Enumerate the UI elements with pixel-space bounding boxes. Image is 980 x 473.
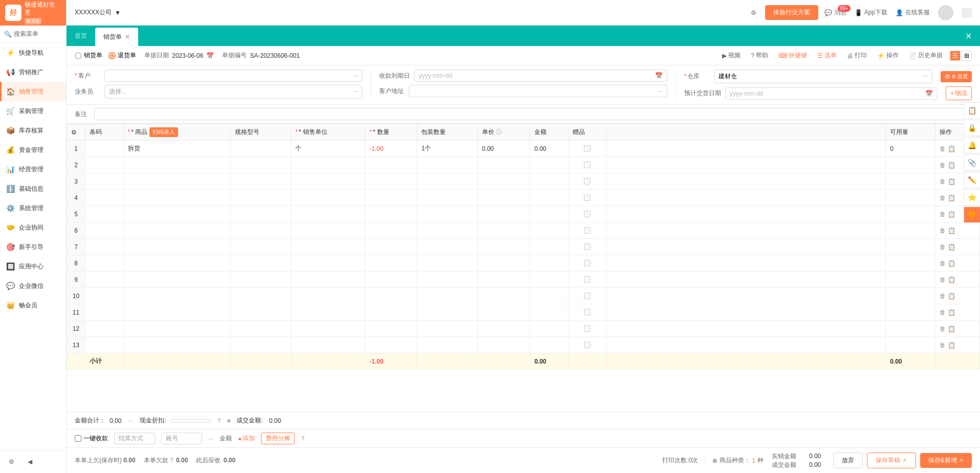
add-payment-btn[interactable]: ● 添加 bbox=[238, 434, 255, 443]
sidebar-item-system[interactable]: ⚙️ 系统管理 bbox=[0, 198, 66, 218]
discount-input[interactable] bbox=[170, 419, 211, 422]
topbar-settings-icon[interactable]: ⚙ bbox=[749, 8, 759, 18]
delivery-calendar-icon[interactable]: 📅 bbox=[925, 90, 933, 97]
float-clipboard-btn[interactable]: 📋 bbox=[964, 102, 980, 119]
sidebar-item-member[interactable]: 👑 畅会员 bbox=[0, 296, 66, 315]
float-lock-btn[interactable]: 🔒 bbox=[964, 120, 980, 136]
delete-icon[interactable]: 🗑 bbox=[940, 194, 946, 201]
cell-product-1[interactable]: 拆货 bbox=[123, 141, 230, 157]
delete-icon[interactable]: 🗑 bbox=[940, 227, 946, 234]
cell-gift-1[interactable] bbox=[568, 141, 606, 157]
one-click-checkbox[interactable] bbox=[75, 435, 81, 442]
copy-icon[interactable]: 📋 bbox=[948, 342, 955, 349]
user-avatar[interactable] bbox=[938, 5, 953, 20]
sidebar-item-marketing[interactable]: 📢 营销推广 bbox=[0, 62, 66, 82]
sidebar-item-operations[interactable]: 📊 经营管理 bbox=[0, 160, 66, 179]
save-new-btn[interactable]: 保存&新增 ∧ bbox=[920, 453, 972, 468]
cell-price-1[interactable]: 0.00 bbox=[477, 141, 530, 157]
copy-icon[interactable]: 📋 bbox=[948, 227, 955, 234]
save-draft-btn[interactable]: 保存草稿 ∧ bbox=[867, 453, 916, 468]
owe-help-icon[interactable]: ? bbox=[170, 457, 173, 464]
video-btn[interactable]: ▶ 视频 bbox=[719, 50, 744, 61]
customer-input[interactable]: ··· bbox=[104, 70, 362, 82]
ops-btn[interactable]: ⚡ 操作 bbox=[874, 50, 902, 61]
logistics-btn[interactable]: + 物流 bbox=[946, 86, 972, 100]
salesperson-input[interactable]: 选择... ··· bbox=[104, 85, 362, 99]
copy-icon[interactable]: 📋 bbox=[948, 194, 955, 201]
sidebar-item-quick-nav[interactable]: ⚡ 快捷导航 bbox=[0, 43, 66, 62]
price-help-icon[interactable]: ⓘ bbox=[496, 128, 502, 136]
company-selector[interactable]: XXXXXX公司 ▼ bbox=[75, 8, 743, 17]
cell-qty-1[interactable]: -1.00 bbox=[365, 141, 417, 157]
cell-amount-1[interactable]: 0.00 bbox=[530, 141, 569, 157]
select-btn[interactable]: ☰ 选单 bbox=[814, 50, 840, 61]
payment-account-input[interactable]: 账号 bbox=[161, 433, 202, 444]
cell-spec-1[interactable] bbox=[230, 141, 291, 157]
sidebar-item-wecom[interactable]: 💬 企业微信 bbox=[0, 276, 66, 296]
delete-icon[interactable]: 🗑 bbox=[940, 342, 946, 349]
expense-split-btn[interactable]: 费用分摊 bbox=[261, 433, 295, 444]
warehouse-input[interactable]: 建材仓 ··· bbox=[714, 70, 933, 83]
float-edit-btn[interactable]: ✏️ bbox=[964, 172, 980, 188]
message-btn[interactable]: 💬 消息 99+ bbox=[824, 8, 846, 17]
expense-help-icon[interactable]: ? bbox=[301, 435, 304, 442]
tab-sales-order[interactable]: 销货单 ✕ bbox=[95, 28, 138, 46]
sidebar-item-purchase[interactable]: 🛒 采购管理 bbox=[0, 101, 66, 121]
search-nav[interactable]: 🔍 搜索菜单 bbox=[0, 26, 66, 43]
help-btn[interactable]: ? 帮助 bbox=[748, 50, 771, 61]
delete-icon[interactable]: 🗑 bbox=[940, 292, 946, 300]
gift-checkbox-1[interactable] bbox=[584, 145, 591, 152]
print-btn[interactable]: 🖨 打印 bbox=[844, 50, 870, 61]
delete-icon[interactable]: 🗑 bbox=[940, 211, 946, 218]
sidebar-collapse-btn[interactable]: ◀ bbox=[23, 455, 37, 469]
delivery-date-input[interactable]: yyyy-mm-dd 📅 bbox=[725, 87, 938, 100]
copy-icon[interactable]: 📋 bbox=[948, 162, 955, 169]
customer-dots[interactable]: ··· bbox=[353, 72, 358, 79]
discard-btn[interactable]: 放弃 bbox=[833, 453, 863, 468]
copy-icon[interactable]: 📋 bbox=[948, 292, 955, 300]
copy-row-1-icon[interactable]: 📋 bbox=[948, 145, 955, 152]
delete-icon[interactable]: 🗑 bbox=[940, 309, 946, 316]
tab-close-icon[interactable]: ✕ bbox=[125, 33, 130, 40]
copy-icon[interactable]: 📋 bbox=[948, 178, 955, 185]
history-btn[interactable]: 📄 历史单据 bbox=[906, 50, 946, 61]
due-date-calendar-icon[interactable]: 📅 bbox=[655, 72, 663, 79]
one-click-payment-checkbox[interactable]: 一键收款 bbox=[75, 434, 108, 443]
calendar-icon[interactable]: 📅 bbox=[206, 52, 214, 59]
copy-icon[interactable]: 📋 bbox=[948, 211, 955, 218]
float-bell-btn[interactable]: 🔔 bbox=[964, 137, 980, 153]
address-dots[interactable]: ··· bbox=[658, 87, 663, 95]
delete-row-1-icon[interactable]: 🗑 bbox=[940, 145, 946, 152]
sidebar-item-sales[interactable]: 🏠 销售管理 bbox=[0, 82, 66, 101]
customer-address-input[interactable]: ··· bbox=[409, 85, 667, 97]
trial-btn[interactable]: 体验行业方案 bbox=[765, 5, 818, 20]
sidebar-item-finance[interactable]: 💰 资金管理 bbox=[0, 140, 66, 160]
list-view-btn[interactable]: ☰ bbox=[950, 51, 961, 61]
delete-icon[interactable]: 🗑 bbox=[940, 162, 946, 169]
shortcut-btn[interactable]: ⌨ 快捷键 bbox=[775, 50, 810, 61]
tabbar-close-btn[interactable]: ✕ bbox=[957, 31, 980, 41]
float-star-btn[interactable]: ⭐ bbox=[964, 189, 980, 206]
float-orange-btn[interactable]: 🧡 bbox=[964, 207, 980, 223]
radio-return-order[interactable]: 退货单 bbox=[108, 51, 136, 60]
delete-icon[interactable]: 🗑 bbox=[940, 260, 946, 267]
online-service-btn[interactable]: 👤 在线客服 bbox=[896, 8, 930, 17]
sidebar-settings-btn[interactable]: ⚙ bbox=[4, 455, 18, 469]
cell-pack-qty-1[interactable]: 1个 bbox=[417, 141, 477, 157]
float-attach-btn[interactable]: 📎 bbox=[964, 154, 980, 171]
sidebar-item-apps[interactable]: 🔲 应用中心 bbox=[0, 257, 66, 276]
delete-icon[interactable]: 🗑 bbox=[940, 178, 946, 185]
copy-icon[interactable]: 📋 bbox=[948, 325, 955, 332]
delete-icon[interactable]: 🗑 bbox=[940, 325, 946, 332]
tab-home[interactable]: 首页 bbox=[67, 26, 95, 46]
copy-icon[interactable]: 📋 bbox=[948, 309, 955, 316]
cell-barcode-1[interactable] bbox=[85, 141, 124, 157]
app-download-btn[interactable]: 📱 App下载 bbox=[855, 8, 887, 17]
remark-input[interactable] bbox=[94, 108, 972, 120]
sidebar-item-basic-info[interactable]: ℹ️ 基础信息 bbox=[0, 179, 66, 198]
grid-view-btn[interactable]: ⊞ bbox=[962, 51, 972, 61]
payment-method-input[interactable]: 结算方式 bbox=[114, 433, 155, 444]
discount-help-icon[interactable]: ? bbox=[217, 417, 221, 424]
due-date-input[interactable]: yyyy-mm-dd 📅 bbox=[414, 70, 667, 82]
warehouse-dots[interactable]: ··· bbox=[923, 72, 928, 81]
